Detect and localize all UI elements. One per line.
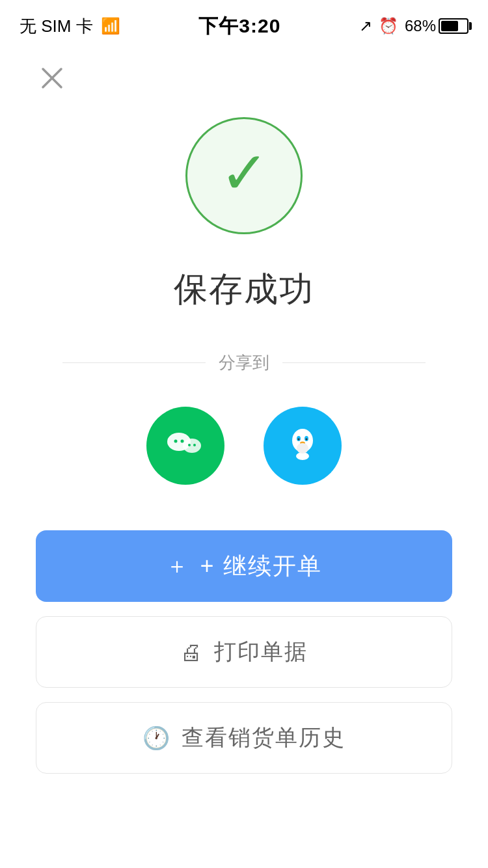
history-icon: 🕐 [142, 725, 171, 751]
alarm-icon: ⏰ [379, 17, 398, 35]
printer-icon: 🖨 [180, 640, 204, 665]
svg-point-4 [174, 440, 178, 443]
print-button[interactable]: 🖨 打印单据 [36, 616, 452, 688]
status-left: 无 SIM 卡 📶 [20, 15, 120, 38]
success-title: 保存成功 [174, 267, 314, 312]
share-section: 分享到 [0, 351, 488, 485]
action-buttons: ＋ + 继续开单 🖨 打印单据 🕐 查看销货单历史 [36, 530, 452, 774]
status-bar: 无 SIM 卡 📶 下午3:20 ↗ ⏰ 68% [0, 0, 488, 52]
share-label: 分享到 [219, 351, 269, 374]
plus-icon: ＋ [166, 551, 189, 581]
svg-point-7 [193, 444, 196, 446]
battery-icon [439, 18, 468, 34]
battery-fill [441, 21, 458, 31]
status-right: ↗ ⏰ 68% [359, 17, 468, 35]
close-button[interactable] [33, 59, 72, 98]
sim-label: 无 SIM 卡 [20, 15, 93, 38]
share-divider: 分享到 [0, 351, 488, 374]
location-icon: ↗ [359, 17, 372, 35]
wifi-icon: 📶 [101, 17, 120, 35]
history-label: 查看销货单历史 [182, 723, 346, 753]
close-icon [40, 66, 64, 90]
wechat-share-button[interactable] [146, 407, 224, 485]
history-button[interactable]: 🕐 查看销货单历史 [36, 702, 452, 774]
wechat-icon [162, 422, 209, 469]
print-label: 打印单据 [214, 637, 308, 667]
battery-percent: 68% [405, 17, 436, 35]
qq-share-button[interactable] [264, 407, 342, 485]
qq-icon [279, 422, 326, 469]
divider-right [282, 362, 426, 363]
svg-point-6 [188, 444, 191, 446]
main-content: ✓ 保存成功 分享到 [0, 52, 488, 774]
success-circle: ✓ [185, 117, 303, 234]
share-icons [146, 407, 342, 485]
status-time: 下午3:20 [198, 13, 280, 40]
continue-order-button[interactable]: ＋ + 继续开单 [36, 530, 452, 602]
checkmark-icon: ✓ [220, 144, 269, 202]
svg-point-13 [306, 439, 308, 441]
svg-point-15 [297, 443, 308, 454]
battery-indicator: 68% [405, 17, 468, 35]
continue-order-label: + 继续开单 [200, 550, 321, 582]
svg-point-5 [181, 440, 184, 443]
svg-point-3 [183, 439, 201, 453]
svg-point-12 [298, 439, 300, 441]
divider-left [62, 362, 206, 363]
